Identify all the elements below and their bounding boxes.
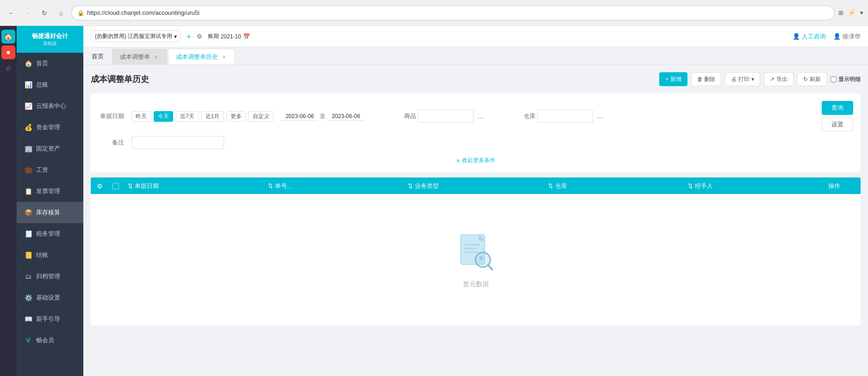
sidebar-item-vip[interactable]: V 畅会员 [17, 330, 83, 351]
forward-button[interactable]: → [21, 6, 34, 19]
goods-select[interactable] [418, 110, 474, 123]
empty-illustration [455, 231, 497, 273]
display-cols-toggle[interactable]: 显示明细 [831, 75, 861, 83]
rail-icon-star[interactable]: ☆ [1, 61, 15, 75]
sidebar-item-label: 畅会员 [36, 336, 54, 345]
account-name: (勿删勿禁用) 江西服宝测试专用 [95, 32, 172, 40]
account-selector[interactable]: (勿删勿禁用) 江西服宝测试专用 ▾ [91, 31, 181, 42]
th-date[interactable]: ⇅ 单据日期 [123, 182, 263, 190]
add-account-btn[interactable]: + [187, 32, 191, 41]
browser-tool-apps[interactable]: ⊞ [838, 9, 843, 16]
account-dropdown-icon: ▾ [174, 33, 177, 40]
rail-icon-main[interactable]: 🏠 [1, 30, 15, 44]
user-avatar: 👤 [833, 33, 841, 40]
archive-icon: 🗂 [24, 273, 32, 280]
sidebar-item-label: 固定资产 [36, 144, 60, 153]
goods-dots[interactable]: ... [477, 112, 483, 120]
table-settings-icon[interactable]: ⚙ [94, 181, 105, 192]
th-warehouse-label: 仓库 [555, 182, 567, 190]
delete-button[interactable]: 🗑 删除 [691, 72, 721, 86]
select-all-checkbox[interactable] [112, 183, 119, 189]
sidebar-item-reports[interactable]: 📈 云报表中心 [17, 95, 83, 117]
svg-rect-3 [464, 248, 477, 249]
empty-state: 暂元数据 [91, 194, 861, 326]
sidebar-logo[interactable]: 畅捷通好会计 旗舰版 [17, 26, 83, 53]
action-buttons: 查询 设置 [822, 101, 853, 132]
sidebar-item-tax[interactable]: 🧾 税务管理 [17, 223, 83, 244]
th-number-sort-icon: ⇅ [268, 182, 273, 189]
svg-line-6 [488, 265, 492, 269]
date-more[interactable]: 更多 [226, 111, 246, 122]
reload-button[interactable]: ↻ [38, 6, 51, 19]
page-title: 成本调整单历史 [91, 74, 149, 85]
tab-cost-adjustment-label: 成本调整单 [120, 53, 150, 61]
sidebar-item-invoice[interactable]: 📋 发票管理 [17, 181, 83, 202]
salary-icon: 💼 [24, 166, 32, 174]
sidebar-item-label: 云报表中心 [36, 102, 66, 110]
tab-home[interactable]: 首页 [84, 49, 111, 64]
date-custom[interactable]: 自定义 [249, 111, 274, 122]
th-warehouse[interactable]: ⇅ 仓库 [543, 182, 684, 190]
home-button[interactable]: ⌂ [55, 6, 68, 19]
sidebar-item-ledger[interactable]: 📊 总账 [17, 74, 83, 95]
service-btn[interactable]: 👤 人工咨询 [793, 32, 826, 41]
export-button[interactable]: ↗ 导出 [764, 72, 793, 86]
sidebar-item-label: 新手引导 [36, 315, 60, 323]
sidebar-item-label: 资金管理 [36, 123, 60, 132]
sidebar-item-home[interactable]: 🏠 首页 [17, 53, 83, 74]
top-bar-right: 👤 人工咨询 👤 徐泽华 [793, 32, 861, 41]
address-bar[interactable]: 🔒 https://cloud.chanjet.com/accounting/u… [71, 6, 835, 20]
display-cols-checkbox[interactable] [831, 76, 837, 82]
svg-rect-2 [464, 244, 480, 245]
sidebar-item-assets[interactable]: 🏢 固定资产 [17, 138, 83, 159]
collapse-icon: ∧ [456, 157, 460, 164]
rail-icon-red[interactable]: ● [1, 45, 15, 59]
sidebar-item-guide[interactable]: 📖 新手引导 [17, 308, 83, 330]
date-1month[interactable]: 近1月 [201, 111, 224, 122]
user-name: 徐泽华 [843, 32, 861, 41]
date-from-input[interactable] [281, 112, 318, 121]
gear-icon[interactable]: ⚙ [197, 33, 202, 40]
tab-cost-adjustment[interactable]: 成本调整单 × [112, 49, 167, 64]
tab-cost-adjustment-history[interactable]: 成本调整单历史 × [168, 49, 235, 64]
warehouse-dots[interactable]: ... [597, 112, 603, 120]
sidebar-item-archive[interactable]: 🗂 归档管理 [17, 266, 83, 287]
back-button[interactable]: ← [5, 6, 18, 19]
browser-tool-chevron[interactable]: ▾ [860, 9, 863, 16]
setting-button[interactable]: 设置 [822, 118, 853, 132]
th-handler[interactable]: ⇅ 经手人 [683, 182, 824, 190]
tab-cost-adjustment-close[interactable]: × [153, 54, 159, 60]
refresh-button[interactable]: ↻ 刷新 [797, 72, 827, 86]
browser-tool-bolt[interactable]: ⚡ [848, 9, 856, 16]
th-number[interactable]: ⇅ 单号... [263, 182, 404, 190]
date-to-input[interactable] [327, 112, 364, 121]
sidebar-item-funds[interactable]: 💰 资金管理 [17, 117, 83, 138]
warehouse-label: 仓库 [510, 112, 536, 120]
warehouse-select[interactable] [537, 110, 593, 123]
tab-history-close[interactable]: × [221, 54, 227, 60]
url-text: https://cloud.chanjet.com/accounting/uru… [87, 9, 200, 16]
sidebar-item-label: 归档管理 [36, 272, 60, 281]
th-type[interactable]: ⇅ 业务类型 [403, 182, 543, 190]
browser-chrome: ← → ↻ ⌂ 🔒 https://cloud.chanjet.com/acco… [0, 0, 868, 26]
date-today[interactable]: 今天 [154, 111, 173, 122]
remark-input[interactable] [131, 136, 224, 149]
calendar-icon[interactable]: 📅 [243, 33, 250, 40]
home-icon: 🏠 [24, 60, 32, 67]
date-7days[interactable]: 近7天 [176, 111, 199, 122]
goods-label: 商品 [390, 112, 416, 120]
sidebar-item-close-accounts[interactable]: 📒 结账 [17, 244, 83, 266]
th-warehouse-sort-icon: ⇅ [548, 182, 553, 189]
icon-rail: 🏠 ● ☆ [0, 26, 17, 376]
print-button[interactable]: 🖨 打印 ▾ [725, 72, 760, 86]
query-button[interactable]: 查询 [822, 101, 853, 115]
sidebar-item-inventory[interactable]: 📦 库存核算 [17, 202, 83, 223]
date-yesterday[interactable]: 昨天 [131, 111, 151, 122]
sidebar-item-salary[interactable]: 💼 工资 [17, 159, 83, 181]
new-button[interactable]: + 新增 [659, 72, 687, 86]
service-label: 人工咨询 [802, 32, 826, 41]
sidebar-item-settings[interactable]: ⚙️ 基础设置 [17, 287, 83, 308]
collapse-btn[interactable]: ∧ 收起更多条件 [98, 154, 853, 164]
user-info[interactable]: 👤 徐泽华 [833, 32, 861, 41]
date-filter-label: 单据日期 [98, 112, 124, 120]
